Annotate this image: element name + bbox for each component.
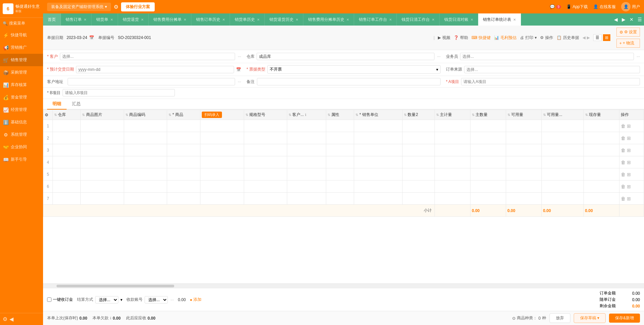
delete-row-3-btn[interactable]: 🗑 [621, 148, 626, 153]
sidebar-item-marketing[interactable]: 📢 营销推广 [0, 41, 43, 54]
tab-goods-history[interactable]: 销货单历史 ✕ [230, 13, 265, 26]
remark-input[interactable] [257, 78, 441, 85]
cell-available-1[interactable] [506, 120, 541, 132]
cell-qty2-5[interactable] [403, 168, 435, 180]
cell-stock-2[interactable] [583, 132, 619, 144]
topbar-gear-icon[interactable]: ⚙ [114, 4, 118, 10]
copy-row-6-btn[interactable]: ⊞ [627, 184, 631, 189]
cell-attr-4[interactable] [326, 156, 354, 168]
cell-image-6[interactable] [81, 180, 124, 193]
cell-customer-code-4[interactable] [287, 156, 326, 168]
sidebar-item-inventory[interactable]: 📊 库存核算 [0, 79, 43, 91]
cell-warehouse-7[interactable] [53, 193, 81, 205]
delete-row-6-btn[interactable]: 🗑 [621, 184, 626, 189]
tab-sales-order-history[interactable]: 销售订单历史 ✕ [191, 13, 230, 26]
salesperson-input[interactable] [460, 53, 634, 60]
tab-close-reconcile[interactable]: ✕ [470, 18, 473, 22]
cell-available-2[interactable] [506, 132, 541, 144]
cell-customer-code-5[interactable] [287, 168, 326, 180]
sidebar-search[interactable]: 🔍 搜索菜单 [0, 18, 43, 29]
account-select[interactable]: 选择... [145, 296, 168, 303]
grid-view-btn[interactable]: ⊞ [603, 34, 610, 41]
cell-available-4[interactable] [506, 156, 541, 168]
tab-home[interactable]: 首页 [43, 13, 61, 26]
cell-stock-3[interactable] [583, 144, 619, 156]
cell-image-1[interactable] [81, 120, 124, 132]
discard-button[interactable]: 放弃 [550, 313, 570, 323]
sidebar-item-finance[interactable]: 💰 资金管理 [0, 91, 43, 104]
cell-unit-4[interactable] [354, 156, 403, 168]
copy-row-4-btn[interactable]: ⊞ [627, 160, 631, 165]
cell-available-3[interactable] [506, 144, 541, 156]
draft-dropdown-icon[interactable]: ▾ [597, 316, 599, 320]
collapse-sidebar-btn[interactable]: ◀ [9, 316, 13, 322]
cell-spec-3[interactable] [244, 144, 287, 156]
cell-code-1[interactable] [124, 120, 167, 132]
th-settings[interactable]: ⚙ [43, 110, 53, 120]
cell-code-3[interactable] [124, 144, 167, 156]
cell-attr-1[interactable] [326, 120, 354, 132]
cell-unit-3[interactable] [354, 144, 403, 156]
copy-row-1-btn[interactable]: ⊞ [627, 123, 631, 129]
cell-main-qty-3[interactable] [470, 144, 506, 156]
cell-stock-6[interactable] [583, 180, 619, 193]
cell-customer-code-6[interactable] [287, 180, 326, 193]
scan-btn[interactable]: 扫码录入 [202, 112, 222, 118]
cell-code-7[interactable] [124, 193, 167, 205]
add-payment-btn[interactable]: ● 添加 [190, 297, 201, 302]
cell-customer-code-3[interactable] [287, 144, 326, 156]
cell-attr-7[interactable] [326, 193, 354, 205]
tab-detail[interactable]: 明细 [47, 99, 67, 110]
cell-main-unit-2[interactable] [434, 132, 470, 144]
tab-close-daily[interactable]: ✕ [432, 18, 434, 22]
cell-main-qty-6[interactable] [470, 180, 506, 193]
cell-available2-3[interactable] [541, 144, 583, 156]
sidebar-item-system[interactable]: ⚙ 系统管理 [0, 128, 43, 141]
cell-main-qty-5[interactable] [470, 168, 506, 180]
tab-close-stats[interactable]: ✕ [513, 18, 516, 22]
save-new-button[interactable]: 保存&新增 [609, 314, 640, 323]
cell-spec-1[interactable] [244, 120, 287, 132]
cell-customer-code-1[interactable] [287, 120, 326, 132]
cell-main-unit-5[interactable] [434, 168, 470, 180]
settings-bottom-icon[interactable]: ⚙ [3, 316, 7, 322]
tab-fee-history[interactable]: 销售费用分摊单历史 ✕ [303, 13, 354, 26]
cell-goods-6[interactable] [167, 180, 200, 193]
cell-spec-6[interactable] [244, 180, 287, 193]
cell-main-qty-2[interactable] [470, 132, 506, 144]
copy-row-7-btn[interactable]: ⊞ [627, 196, 631, 201]
address-input[interactable] [68, 78, 235, 85]
cell-attr-5[interactable] [326, 168, 354, 180]
cell-available-6[interactable] [506, 180, 541, 193]
print-btn[interactable]: 🖨 打印 ▾ [520, 35, 537, 41]
cell-attr-6[interactable] [326, 180, 354, 193]
online-service-btn[interactable]: 👤 在线客服 [593, 4, 616, 10]
print-dropdown-icon[interactable]: ▾ [535, 35, 537, 40]
cell-warehouse-4[interactable] [53, 156, 81, 168]
cell-main-unit-4[interactable] [434, 156, 470, 168]
cell-attr-2[interactable] [326, 132, 354, 144]
cell-attr-3[interactable] [326, 144, 354, 156]
tab-summary[interactable]: 汇总 [67, 99, 86, 110]
cell-main-unit-6[interactable] [434, 180, 470, 193]
th-scan[interactable]: 扫码录入 [200, 110, 244, 120]
cell-image-5[interactable] [81, 168, 124, 180]
delivery-date-input[interactable] [76, 66, 234, 73]
tab-close-goods-history[interactable]: ✕ [257, 18, 260, 22]
cell-goods-3[interactable] [167, 144, 200, 156]
tab-close-sales-fee[interactable]: ✕ [184, 18, 186, 22]
tab-close-sales-order[interactable]: ✕ [84, 18, 86, 22]
cell-unit-1[interactable] [354, 120, 403, 132]
sidebar-item-purchase[interactable]: 📦 采购管理 [0, 66, 43, 79]
sidebar-item-sales[interactable]: 🛒 销售管理 [0, 54, 43, 66]
cell-code-5[interactable] [124, 168, 167, 180]
cell-spec-5[interactable] [244, 168, 287, 180]
notifications-btn[interactable]: 💬 9 [550, 4, 561, 9]
cell-main-unit-1[interactable] [434, 120, 470, 132]
cell-customer-code-2[interactable] [287, 132, 326, 144]
cell-goods-7[interactable] [167, 193, 200, 205]
tab-close-fee-history[interactable]: ✕ [346, 18, 349, 22]
cell-qty2-1[interactable] [403, 120, 435, 132]
tab-workbench[interactable]: 销售订单工作台 ✕ [354, 13, 397, 26]
cell-qty2-4[interactable] [403, 156, 435, 168]
